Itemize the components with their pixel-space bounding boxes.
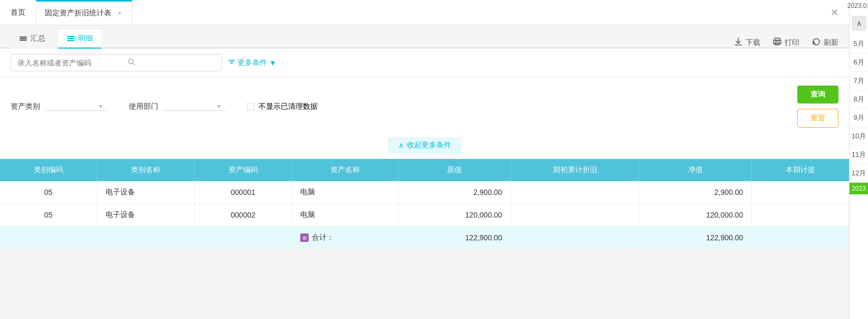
sidebar-month-item[interactable]: 11月 (850, 146, 868, 164)
cell-net-value: 120,000.00 (639, 204, 752, 227)
asset-category-select[interactable]: ▼ (44, 102, 108, 111)
cell-current-depreciation (752, 181, 849, 204)
cell-category-code: 05 (0, 181, 97, 204)
cell-category-code: 05 (0, 204, 97, 227)
sidebar-month-item[interactable]: 7月 (850, 72, 868, 90)
hide-cleared-label: 不显示已清理数据 (259, 102, 318, 111)
sidebar-months-list: 5月6月7月8月9月10月11月12月 (850, 35, 868, 183)
col-asset-code: 资产编码 (194, 159, 292, 181)
more-conditions-button[interactable]: 更多条件 ▼ (228, 58, 276, 68)
sidebar-month-item[interactable]: 6月 (850, 53, 868, 72)
cell-asset-code: 000001 (194, 181, 292, 204)
reset-button[interactable]: 重置 (797, 109, 838, 128)
query-button[interactable]: 查询 (797, 86, 838, 104)
total-accumulated-depreciation (511, 227, 639, 249)
hide-cleared-checkbox[interactable] (247, 103, 254, 110)
up-arrow-icon: ∧ (856, 19, 862, 27)
svg-rect-0 (20, 36, 27, 37)
sidebar-month-item[interactable]: 12月 (850, 164, 868, 183)
data-table-wrapper: 类别编码 类别名称 资产编码 资产名称 原值 期初累计折旧 净值 本期计提 05… (0, 159, 849, 249)
search-row: 更多条件 ▼ (0, 49, 849, 77)
sidebar-month-item[interactable]: 9月 (850, 109, 868, 127)
cell-original-value: 2,900.00 (398, 181, 511, 204)
collapse-button[interactable]: ∧ 收起更多条件 (388, 137, 462, 153)
tab-title: 固定资产折旧统计表 (45, 8, 111, 18)
col-accumulated-depreciation: 期初累计折旧 (511, 159, 639, 181)
cell-accumulated-depreciation (511, 204, 639, 227)
print-icon (773, 37, 781, 48)
cell-category-name: 电子设备 (97, 181, 195, 204)
col-category-code: 类别编码 (0, 159, 97, 181)
depreciation-table: 类别编码 类别名称 资产编码 资产名称 原值 期初累计折旧 净值 本期计提 05… (0, 159, 849, 249)
table-header-row: 类别编码 类别名称 资产编码 资产名称 原值 期初累计折旧 净值 本期计提 (0, 159, 849, 181)
tab-detail[interactable]: 明细 (58, 30, 101, 49)
asset-category-label: 资产类别 (11, 102, 40, 111)
total-icon: ⊞ (300, 233, 309, 242)
download-button[interactable]: 下载 (734, 37, 760, 48)
tab-summary-label: 汇总 (31, 34, 45, 43)
svg-rect-2 (20, 40, 27, 41)
more-conditions-label: 更多条件 (237, 58, 267, 68)
col-original-value: 原值 (398, 159, 511, 181)
total-label-cell (0, 227, 292, 249)
search-input-wrapper[interactable] (11, 54, 222, 71)
cell-asset-code: 000002 (194, 204, 292, 227)
sidebar-month-item[interactable]: 10月 (850, 127, 868, 146)
collapse-row: ∧ 收起更多条件 (0, 132, 849, 159)
print-button[interactable]: 打印 (773, 37, 799, 48)
refresh-icon (812, 37, 821, 48)
home-nav-item[interactable]: 首页 (0, 0, 36, 25)
search-input[interactable] (17, 59, 123, 67)
tab-summary[interactable]: 汇总 (11, 30, 54, 49)
cell-original-value: 120,000.00 (398, 204, 511, 227)
top-navigation: 首页 固定资产折旧统计表 × ✕ (0, 0, 849, 25)
total-net-value: 122,900.00 (639, 227, 752, 249)
svg-rect-5 (67, 40, 74, 41)
asset-category-arrow: ▼ (98, 104, 103, 109)
secondary-tab-bar: 汇总 明细 下载 打印 (0, 25, 849, 49)
filter-area: 资产类别 ▼ 使用部门 ▼ 不显示已清理数据 查询 重置 (0, 77, 849, 132)
sidebar-month-item[interactable]: 5月 (850, 35, 868, 53)
filter-icon (228, 58, 235, 67)
more-conditions-arrow: ▼ (269, 59, 276, 67)
col-current-depreciation: 本期计提 (752, 159, 849, 181)
col-asset-name: 资产名称 (292, 159, 398, 181)
table-row: 05 电子设备 000002 电脑 120,000.00 120,000.00 (0, 204, 849, 227)
active-tab[interactable]: 固定资产折旧统计表 × (36, 0, 132, 25)
print-label: 打印 (785, 38, 799, 48)
total-current-depreciation (752, 227, 849, 249)
svg-rect-3 (67, 36, 74, 37)
collapse-label: 收起更多条件 (407, 140, 451, 150)
cell-net-value: 2,900.00 (639, 181, 752, 204)
collapse-up-icon: ∧ (398, 141, 404, 149)
sidebar-year-badge[interactable]: 2023 (850, 183, 868, 194)
svg-line-10 (133, 63, 135, 65)
total-text: 合计： (312, 233, 334, 242)
search-icon (127, 58, 136, 68)
tab-close-icon[interactable]: × (116, 8, 123, 18)
asset-category-filter: 资产类别 ▼ (11, 102, 108, 111)
hide-cleared-group: 不显示已清理数据 (247, 102, 318, 111)
svg-rect-4 (67, 38, 74, 39)
total-label: ⊞ 合计： (292, 227, 398, 249)
cell-asset-name: 电脑 (292, 204, 398, 227)
cell-asset-name: 电脑 (292, 181, 398, 204)
department-arrow: ▼ (216, 104, 222, 109)
sidebar-up-arrow[interactable]: ∧ (852, 16, 866, 31)
window-close-button[interactable]: ✕ (831, 7, 849, 18)
table-row: 05 电子设备 000001 电脑 2,900.00 2,900.00 (0, 181, 849, 204)
list-icon (66, 34, 75, 43)
cell-current-depreciation (752, 204, 849, 227)
department-select[interactable]: ▼ (163, 102, 226, 111)
sidebar-date: 2023.01 (847, 0, 868, 12)
refresh-button[interactable]: 刷新 (812, 37, 838, 48)
refresh-label: 刷新 (824, 38, 838, 48)
home-label: 首页 (11, 8, 25, 17)
cell-accumulated-depreciation (511, 181, 639, 204)
department-filter: 使用部门 ▼ (129, 102, 226, 111)
toolbar-actions: 下载 打印 刷新 (734, 37, 838, 48)
download-icon (734, 37, 742, 48)
tab-detail-label: 明细 (78, 34, 93, 43)
sidebar-month-item[interactable]: 8月 (850, 90, 868, 109)
right-sidebar: 2023.01 ∧ 5月6月7月8月9月10月11月12月 2023 (849, 0, 868, 319)
